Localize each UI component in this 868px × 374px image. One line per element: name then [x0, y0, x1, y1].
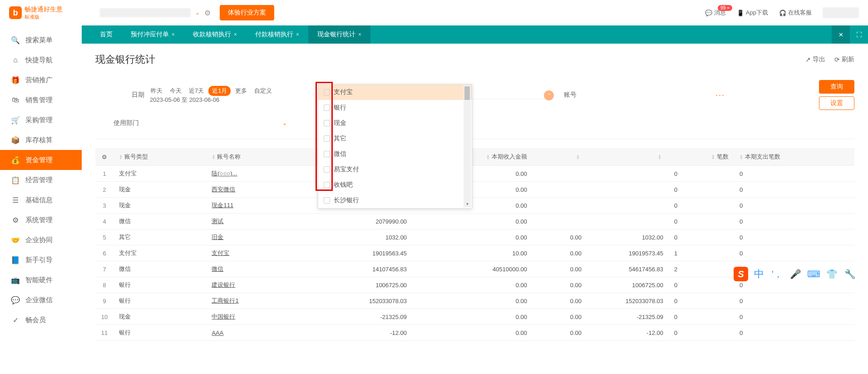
tab-fullscreen-button[interactable]: ⛶: [850, 25, 868, 44]
tab-收款核销执行[interactable]: 收款核销执行×: [184, 25, 246, 44]
refresh-button[interactable]: ⟳ 刷新: [834, 55, 854, 64]
cell-account-name[interactable]: 建设银行: [206, 277, 299, 293]
dropdown-scrollbar[interactable]: ▾: [464, 85, 471, 207]
gear-icon[interactable]: ⚙: [204, 9, 211, 17]
cell-account-name[interactable]: 西安微信: [206, 182, 299, 198]
query-button[interactable]: 查询: [819, 80, 854, 94]
cell-account-name[interactable]: 测试: [206, 214, 299, 229]
export-button[interactable]: ↗ 导出: [805, 55, 825, 64]
checkbox-icon[interactable]: [324, 105, 330, 111]
column-header-5[interactable]: ▲▼: [587, 148, 669, 166]
column-header-7[interactable]: ▲▼本期支出笔数: [734, 148, 854, 166]
sidebar-item-快捷导航[interactable]: ⌂快捷导航: [0, 50, 82, 70]
department-input[interactable]: [143, 120, 279, 127]
column-settings-header[interactable]: ⚙: [95, 148, 113, 166]
tab-付款核销执行[interactable]: 付款核销执行×: [246, 25, 308, 44]
checkbox-icon[interactable]: [324, 151, 330, 157]
sidebar-item-库存核算[interactable]: 📦库存核算: [0, 130, 82, 150]
sidebar-item-销售管理[interactable]: 🛍销售管理: [0, 90, 82, 110]
tab-close-icon[interactable]: ×: [234, 31, 237, 38]
column-header-0[interactable]: ▲▼账号类型: [113, 148, 206, 166]
cell-prev-balance: 1006725.00: [299, 277, 412, 293]
date-chip-近7天[interactable]: 近7天: [186, 86, 207, 96]
sidebar-icon: 💰: [11, 155, 20, 165]
messages-link[interactable]: 💬 消息 99 +: [705, 9, 726, 17]
trial-industry-button[interactable]: 体验行业方案: [220, 5, 274, 20]
dropdown-option-现金[interactable]: 现金: [318, 115, 472, 131]
tab-close-icon[interactable]: ×: [296, 31, 299, 38]
date-chip-昨天[interactable]: 昨天: [148, 86, 165, 96]
sidebar-item-企业协同[interactable]: 🤝企业协同: [0, 230, 82, 250]
online-service-link[interactable]: 🎧 在线客服: [779, 9, 812, 17]
sidebar-item-资金管理[interactable]: 💰资金管理: [0, 150, 82, 170]
date-chip-近1月[interactable]: 近1月: [208, 86, 231, 96]
scrollbar-down-icon[interactable]: ▾: [464, 200, 471, 207]
sidebar-item-搜索菜单[interactable]: 🔍搜索菜单: [0, 30, 82, 50]
account-input[interactable]: [580, 91, 707, 99]
ime-sogou-icon[interactable]: S: [734, 267, 748, 281]
sidebar-item-畅会员[interactable]: ✓畅会员: [0, 310, 82, 330]
settings-button[interactable]: 设置: [819, 96, 854, 110]
tab-预付冲应付单[interactable]: 预付冲应付单×: [122, 25, 184, 44]
date-chip-今天[interactable]: 今天: [167, 86, 184, 96]
department-label: 使用部门: [113, 119, 139, 127]
checkbox-icon[interactable]: [324, 197, 330, 204]
sidebar-item-企业微信[interactable]: 💬企业微信: [0, 290, 82, 310]
app-download-link[interactable]: 📱 App下载: [737, 9, 768, 17]
ime-punct-icon[interactable]: '，: [770, 267, 784, 281]
collapse-icon[interactable]: ⌃: [544, 90, 554, 100]
column-header-6[interactable]: ▲▼笔数: [669, 148, 734, 166]
sidebar-item-采购管理[interactable]: 🛒采购管理: [0, 110, 82, 130]
sidebar-item-智能硬件[interactable]: 📺智能硬件: [0, 270, 82, 290]
cell-account-name[interactable]: 旧金: [206, 229, 299, 245]
cell-account-name[interactable]: 工商银行1: [206, 293, 299, 309]
scrollbar-thumb[interactable]: [464, 86, 470, 100]
chevron-down-icon[interactable]: ⌄: [282, 120, 287, 126]
cell-account-name[interactable]: AAA: [206, 325, 299, 341]
checkbox-icon[interactable]: [324, 166, 330, 173]
cell-account-name[interactable]: 微信: [206, 261, 299, 277]
dropdown-option-银行[interactable]: 银行: [318, 100, 472, 115]
checkbox-icon[interactable]: [324, 120, 330, 126]
tab-close-icon[interactable]: ×: [172, 31, 175, 38]
ime-toolbox-icon[interactable]: 🔧: [843, 267, 857, 281]
dropdown-option-收钱吧[interactable]: 收钱吧: [318, 177, 472, 193]
ime-keyboard-icon[interactable]: ⌨: [806, 267, 821, 281]
tab-首页[interactable]: 首页: [91, 25, 122, 44]
sidebar-item-新手引导[interactable]: 📘新手引导: [0, 250, 82, 270]
cell-account-name[interactable]: 中国银行: [206, 309, 299, 325]
cell-account-name[interactable]: 现金111: [206, 198, 299, 214]
table-row: 3 现金 现金111 53337567.78 0.00 0 0: [95, 198, 854, 214]
user-area-blurred[interactable]: [823, 7, 859, 18]
dropdown-option-其它[interactable]: 其它: [318, 131, 472, 146]
tab-close-all-button[interactable]: ✕: [832, 25, 850, 44]
checkbox-icon[interactable]: [324, 135, 330, 142]
dropdown-option-支付宝[interactable]: 支付宝: [318, 85, 472, 100]
dropdown-option-微信[interactable]: 微信: [318, 146, 472, 162]
tab-现金银行统计[interactable]: 现金银行统计×: [308, 25, 370, 44]
cell-account-name[interactable]: 陆(○○○)...: [206, 166, 299, 182]
tab-close-icon[interactable]: ×: [358, 31, 361, 38]
date-chip-自定义[interactable]: 自定义: [252, 86, 275, 96]
cell-type: 银行: [113, 277, 206, 293]
sidebar-item-经营管理[interactable]: 📋经营管理: [0, 170, 82, 190]
dropdown-option-易宝支付[interactable]: 易宝支付: [318, 162, 472, 177]
cell-account-name[interactable]: 支付宝: [206, 245, 299, 261]
company-selector[interactable]: ⌄: [100, 8, 200, 17]
checkbox-icon[interactable]: [324, 182, 330, 188]
dropdown-option-长沙银行[interactable]: 长沙银行: [318, 193, 472, 208]
sidebar-item-基础信息[interactable]: ☰基础信息: [0, 190, 82, 210]
sidebar-item-营销推广[interactable]: 🎁营销推广: [0, 70, 82, 90]
sidebar-item-系统管理[interactable]: ⚙系统管理: [0, 210, 82, 230]
column-header-4[interactable]: ▲▼: [533, 148, 587, 166]
cell-count: 0: [669, 229, 734, 245]
more-dots-icon[interactable]: ···: [715, 90, 725, 100]
ime-chinese-icon[interactable]: 中: [752, 267, 766, 281]
cell-count: 1: [669, 245, 734, 261]
checkbox-icon[interactable]: [324, 89, 330, 95]
ime-mic-icon[interactable]: 🎤: [788, 267, 803, 281]
cell-count: 0: [669, 309, 734, 325]
date-chip-更多[interactable]: 更多: [232, 86, 250, 96]
ime-skin-icon[interactable]: 👕: [824, 267, 839, 281]
column-header-1[interactable]: ▲▼账号名称: [206, 148, 299, 166]
